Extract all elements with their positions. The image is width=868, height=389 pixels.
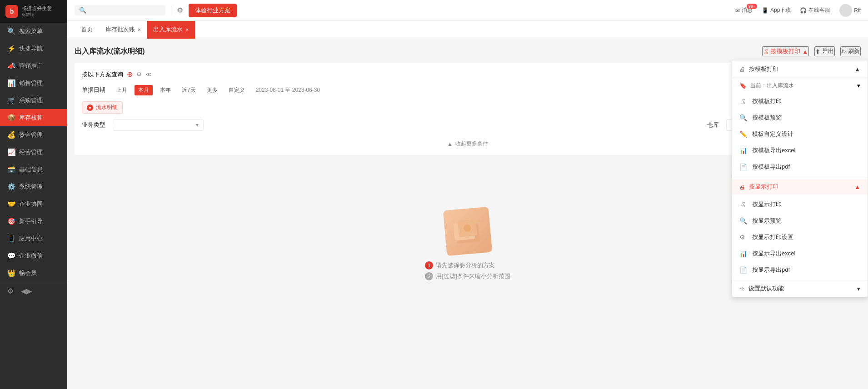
search-input[interactable] bbox=[89, 7, 153, 14]
tab-flow[interactable]: 出入库流水 × bbox=[147, 21, 195, 39]
design-icon: ✏️ bbox=[739, 130, 748, 138]
collapse-sidebar-btn[interactable]: ◀▶ bbox=[21, 287, 32, 295]
sidebar-item-system[interactable]: ⚙️ 系统管理 bbox=[0, 178, 67, 195]
tab-flow-close[interactable]: × bbox=[185, 27, 188, 32]
sidebar: b 畅捷通好生意 标准版 🔍 搜索菜单 ⚡ 快捷导航 📣 营销推广 📊 销售管理… bbox=[0, 0, 67, 389]
megaphone-icon: 📣 bbox=[7, 62, 15, 70]
label: 按模板导出excel bbox=[752, 146, 795, 155]
dropdown-divider bbox=[732, 178, 868, 178]
dropdown-template-preview[interactable]: 🔍 按模板预览 bbox=[732, 110, 868, 126]
tab-batch[interactable]: 库存批次账 × bbox=[99, 21, 147, 39]
label: 按显示打印 bbox=[752, 200, 782, 209]
date-option-this-month[interactable]: 本月 bbox=[135, 85, 153, 95]
topbar: 🔍 ⚙ 体验行业方案 ✉ 消息 99+ 📱 App下载 🎧 在线客服 Rit bbox=[67, 0, 868, 21]
tabbar: 首页 库存批次账 × 出入库流水 × bbox=[67, 21, 868, 39]
tab-home[interactable]: 首页 bbox=[75, 21, 99, 39]
topbar-search-box[interactable]: 🔍 bbox=[75, 5, 165, 15]
date-option-more[interactable]: 更多 bbox=[203, 85, 221, 95]
preview-icon: 🔍 bbox=[739, 114, 748, 121]
tab-home-label: 首页 bbox=[81, 25, 93, 34]
dropdown-header: 🖨 按模板打印 ▲ bbox=[732, 60, 868, 78]
flash-icon: ⚡ bbox=[7, 45, 15, 53]
crown-icon: 👑 bbox=[7, 269, 15, 277]
business-type-label: 业务类型 bbox=[82, 121, 105, 129]
dropdown-display-sub-header[interactable]: 🖨 按显示打印 ▲ bbox=[732, 179, 868, 194]
industry-solution-button[interactable]: 体验行业方案 bbox=[189, 4, 237, 17]
current-label: 当前：出入库流水 bbox=[750, 82, 794, 90]
label: 按显示导出pdf bbox=[752, 266, 790, 274]
export-button[interactable]: ⬆ 导出 bbox=[814, 46, 835, 56]
filter-collapse-btn[interactable]: ≪ bbox=[145, 71, 152, 78]
refresh-button[interactable]: ↻ 刷新 bbox=[840, 46, 861, 56]
sidebar-item-operations[interactable]: 📈 经营管理 bbox=[0, 144, 67, 161]
empty-tips: 1 请先选择要分析的方案 2 用[过滤]条件来缩小分析范围 bbox=[425, 261, 510, 283]
dropdown-display-excel[interactable]: 📊 按显示导出excel bbox=[732, 245, 868, 262]
date-option-last-month[interactable]: 上月 bbox=[113, 85, 131, 95]
sidebar-item-search[interactable]: 🔍 搜索菜单 bbox=[0, 23, 67, 40]
excel-icon: 📊 bbox=[739, 250, 748, 257]
date-option-custom[interactable]: 自定义 bbox=[225, 85, 249, 95]
business-type-select[interactable]: ▾ bbox=[113, 119, 204, 131]
print-template-button[interactable]: 🖨 按模板打印 ▲ bbox=[762, 46, 809, 56]
dropdown-display-settings[interactable]: ⚙ 按显示打印设置 bbox=[732, 229, 868, 245]
chart-icon: 📊 bbox=[7, 79, 15, 87]
filter-settings-btn[interactable]: ⚙ bbox=[136, 71, 142, 78]
empty-illustration bbox=[443, 207, 492, 256]
print-icon: 🖨 bbox=[763, 48, 769, 55]
headset-icon: 🎧 bbox=[800, 7, 807, 14]
message-badge: 99+ bbox=[747, 4, 757, 9]
sidebar-item-marketing[interactable]: 📣 营销推广 bbox=[0, 57, 67, 75]
apps-icon: 📱 bbox=[7, 234, 15, 243]
sidebar-item-finance[interactable]: 💰 资金管理 bbox=[0, 126, 67, 144]
sidebar-item-wechat[interactable]: 💬 企业微信 bbox=[0, 247, 67, 264]
add-filter-btn[interactable]: ⊕ bbox=[127, 70, 133, 79]
sidebar-item-apps[interactable]: 📱 应用中心 bbox=[0, 230, 67, 247]
sidebar-item-purchase[interactable]: 🛒 采购管理 bbox=[0, 92, 67, 109]
sidebar-item-guide[interactable]: 🎯 新手引导 bbox=[0, 213, 67, 230]
sidebar-item-inventory[interactable]: 📦 库存核算 bbox=[0, 109, 67, 126]
sidebar-item-label: 应用中心 bbox=[19, 234, 43, 243]
tab-batch-close[interactable]: × bbox=[138, 27, 140, 32]
sidebar-item-label: 快捷导航 bbox=[19, 45, 43, 53]
topbar-right: ✉ 消息 99+ 📱 App下载 🎧 在线客服 Rit bbox=[735, 4, 861, 17]
dropdown-template-excel[interactable]: 📊 按模板导出excel bbox=[732, 142, 868, 159]
sidebar-item-basic[interactable]: 🗃️ 基础信息 bbox=[0, 161, 67, 178]
search-icon: 🔍 bbox=[7, 27, 15, 35]
dropdown-template-custom[interactable]: ✏️ 模板自定义设计 bbox=[732, 126, 868, 142]
template-section: 🖨 按模板打印 🔍 按模板预览 ✏️ 模板自定义设计 📊 按模板导出excel … bbox=[732, 91, 868, 177]
topbar-gear-btn[interactable]: ⚙ bbox=[177, 6, 183, 15]
app-name: 畅捷通好生意 bbox=[22, 5, 52, 11]
dropdown-display-print[interactable]: 🖨 按显示打印 bbox=[732, 196, 868, 213]
label: 按模板导出pdf bbox=[752, 163, 790, 171]
app-download-btn[interactable]: 📱 App下载 bbox=[762, 6, 791, 14]
logo-icon: b bbox=[5, 5, 18, 18]
sidebar-item-member[interactable]: 👑 畅会员 bbox=[0, 264, 67, 282]
chevron-down-icon: ▾ bbox=[857, 82, 860, 89]
user-avatar-btn[interactable]: Rit bbox=[839, 4, 861, 17]
gear-icon: ⚙️ bbox=[7, 183, 15, 191]
tip-number-1: 1 bbox=[425, 261, 433, 269]
online-service-btn[interactable]: 🎧 在线客服 bbox=[800, 6, 830, 14]
dropdown-template-print[interactable]: 🖨 按模板打印 bbox=[732, 93, 868, 110]
settings-footer-btn[interactable]: ⚙ bbox=[7, 287, 14, 295]
label: 按显示导出excel bbox=[752, 249, 795, 258]
date-option-this-year[interactable]: 本年 bbox=[156, 85, 175, 95]
message-btn[interactable]: ✉ 消息 99+ bbox=[735, 6, 753, 14]
current-label-row: 🔖 当前：出入库流水 ▾ bbox=[732, 78, 868, 91]
sidebar-item-sales[interactable]: 📊 销售管理 bbox=[0, 75, 67, 92]
star-icon: ☆ bbox=[739, 285, 745, 292]
sidebar-item-label: 畅会员 bbox=[19, 269, 37, 277]
sidebar-item-shortcut[interactable]: ⚡ 快捷导航 bbox=[0, 40, 67, 57]
dropdown-footer[interactable]: ☆ 设置默认功能 ▾ bbox=[732, 280, 868, 297]
sidebar-item-label: 新手引导 bbox=[19, 217, 43, 225]
export-label: 导出 bbox=[822, 47, 834, 55]
dropdown-display-preview[interactable]: 🔍 按显示预览 bbox=[732, 213, 868, 229]
dropdown-display-pdf[interactable]: 📄 按显示导出pdf bbox=[732, 262, 868, 278]
date-option-7days[interactable]: 近7天 bbox=[178, 85, 200, 95]
sidebar-item-label: 企业微信 bbox=[19, 252, 43, 260]
date-filter: 上月 本月 本年 近7天 更多 自定义 2023-06-01 至 2023-06… bbox=[113, 85, 320, 95]
flow-detail-tag[interactable]: ● 流水明细 bbox=[82, 101, 123, 114]
tab-flow-label: 出入库流水 bbox=[153, 25, 183, 34]
sidebar-item-collab[interactable]: 🤝 企业协同 bbox=[0, 195, 67, 213]
dropdown-template-pdf[interactable]: 📄 按模板导出pdf bbox=[732, 159, 868, 175]
